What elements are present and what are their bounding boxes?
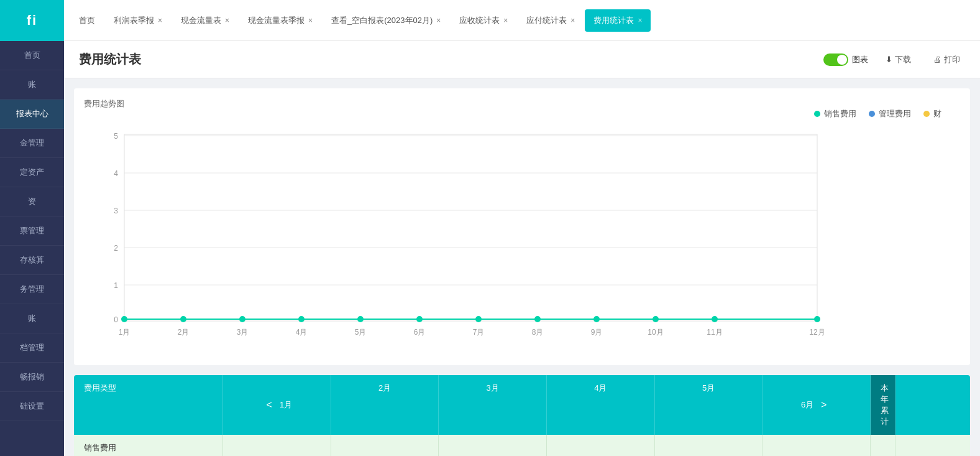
trend-chart: 5 4 3 2 1 0: [84, 117, 960, 353]
tab-cashflow[interactable]: 现金流量表 ×: [172, 9, 238, 32]
svg-text:7月: 7月: [473, 328, 485, 337]
td-m2: [331, 435, 439, 456]
th-nav-prev: < 1月: [223, 375, 331, 435]
tab-cashflow-quarterly[interactable]: 现金流量表季报 ×: [239, 9, 321, 32]
chart-point-2: [180, 316, 186, 322]
svg-text:1: 1: [114, 281, 118, 290]
td-m4: [547, 435, 655, 456]
sidebar-item-inventory[interactable]: 存核算: [0, 246, 64, 275]
th-month2: 2月: [331, 375, 439, 435]
table-section: 费用类型 < 1月 2月 3月 4月 5月 6月 > 本年累计: [74, 375, 970, 456]
chart-point-9: [593, 316, 600, 322]
prev-month-button[interactable]: <: [262, 399, 277, 411]
sidebar-item-resources[interactable]: 资: [0, 187, 64, 216]
svg-rect-12: [124, 134, 817, 321]
chart-point-10: [653, 316, 659, 322]
svg-text:1月: 1月: [119, 328, 131, 337]
svg-text:0: 0: [114, 315, 118, 324]
th-month1: 1月: [280, 399, 292, 411]
sidebar-item-archive[interactable]: 档管理: [0, 333, 64, 363]
chart-point-5: [357, 316, 364, 322]
tab-home[interactable]: 首页: [70, 9, 104, 32]
chart-point-12: [814, 316, 820, 322]
tab-close-receivable[interactable]: ×: [503, 16, 508, 25]
chart-point-7: [475, 316, 482, 322]
tab-close-profit[interactable]: ×: [158, 16, 162, 25]
td-type: 销售费用: [74, 435, 223, 456]
page-header: 费用统计表 图表 ⬇ 下载 🖨 打印: [64, 41, 980, 78]
chart-point-3: [239, 316, 245, 322]
main-content: 首页 利润表季报 × 现金流量表 × 现金流量表季报 × 查看_空白报表(202…: [64, 0, 980, 456]
page-title: 费用统计表: [79, 51, 141, 68]
sidebar-item-account[interactable]: 账: [0, 304, 64, 333]
sidebar-item-ledger[interactable]: 账: [0, 70, 64, 100]
sidebar: fi 首页 账 报表中心 金管理 定资产 资 票管理 存核算 务管理 账 档管理…: [0, 0, 64, 456]
svg-text:4: 4: [114, 169, 118, 178]
tab-receivable[interactable]: 应收统计表 ×: [451, 9, 516, 32]
th-month3: 3月: [439, 375, 547, 435]
legend-admin-dot: [869, 111, 875, 117]
svg-text:9月: 9月: [591, 328, 603, 337]
tab-bar: 首页 利润表季报 × 现金流量表 × 现金流量表季报 × 查看_空白报表(202…: [64, 0, 980, 41]
chart-point-6: [416, 316, 423, 322]
svg-text:12月: 12月: [809, 328, 825, 337]
download-icon: ⬇: [886, 55, 892, 64]
svg-text:10月: 10月: [648, 328, 663, 337]
tab-close-expense[interactable]: ×: [638, 16, 642, 25]
svg-text:5月: 5月: [355, 328, 367, 337]
sidebar-item-settings[interactable]: 础设置: [0, 392, 64, 421]
print-button[interactable]: 🖨 打印: [928, 52, 965, 68]
td-m6: [762, 435, 871, 456]
tab-close-cashflow-quarterly[interactable]: ×: [308, 16, 313, 25]
table-row: 销售费用: [74, 435, 970, 456]
svg-text:3: 3: [114, 207, 118, 215]
svg-text:2: 2: [114, 244, 118, 253]
th-ytd: 本年累计: [871, 375, 895, 435]
chart-point-11: [712, 316, 718, 322]
chart-container: 5 4 3 2 1 0: [84, 117, 960, 355]
page-area: 费用统计表 图表 ⬇ 下载 🖨 打印: [64, 41, 980, 456]
header-actions: 图表 ⬇ 下载 🖨 打印: [823, 52, 965, 68]
legend-finance-dot: [923, 111, 930, 117]
print-icon: 🖨: [933, 55, 941, 64]
tab-close-blank[interactable]: ×: [436, 16, 441, 25]
chart-point-4: [298, 316, 305, 322]
svg-text:8月: 8月: [532, 328, 544, 337]
sidebar-item-expense[interactable]: 畅报销: [0, 363, 64, 392]
td-ytd: [871, 435, 895, 456]
sidebar-item-home[interactable]: 首页: [0, 41, 64, 70]
sidebar-logo: fi: [0, 0, 64, 41]
legend-sales-dot: [814, 111, 820, 117]
chart-toggle[interactable]: [823, 54, 848, 66]
chart-toggle-label: 图表: [852, 54, 868, 65]
sidebar-item-cash[interactable]: 金管理: [0, 129, 64, 158]
svg-text:2月: 2月: [178, 328, 190, 337]
sidebar-item-fixed-assets[interactable]: 定资产: [0, 158, 64, 187]
tab-blank-report[interactable]: 查看_空白报表(2023年02月) ×: [323, 9, 449, 32]
td-m3: [439, 435, 547, 456]
th-type: 费用类型: [74, 375, 223, 435]
tab-profit-quarterly[interactable]: 利润表季报 ×: [105, 9, 171, 32]
svg-text:5: 5: [114, 132, 118, 141]
sidebar-item-services[interactable]: 务管理: [0, 275, 64, 304]
svg-text:11月: 11月: [707, 328, 722, 337]
tab-close-cashflow[interactable]: ×: [225, 16, 229, 25]
download-button[interactable]: ⬇ 下载: [881, 52, 916, 68]
th-month4: 4月: [547, 375, 655, 435]
sidebar-item-reports[interactable]: 报表中心: [0, 100, 64, 129]
table-header: 费用类型 < 1月 2月 3月 4月 5月 6月 > 本年累计: [74, 375, 970, 435]
chart-point-1: [121, 316, 127, 322]
tab-close-payable[interactable]: ×: [570, 16, 575, 25]
td-m1: [223, 435, 331, 456]
chart-section: 费用趋势图 销售费用 管理费用 财: [74, 88, 970, 365]
chart-point-8: [534, 316, 541, 322]
tab-expense-stats[interactable]: 费用统计表 ×: [585, 9, 651, 32]
sidebar-item-tickets[interactable]: 票管理: [0, 216, 64, 246]
svg-text:3月: 3月: [237, 328, 249, 337]
next-month-button[interactable]: >: [816, 399, 831, 411]
tab-payable[interactable]: 应付统计表 ×: [518, 9, 584, 32]
chart-toggle-wrapper: 图表: [823, 54, 868, 66]
th-month5: 5月: [655, 375, 763, 435]
svg-text:6月: 6月: [414, 328, 426, 337]
svg-text:4月: 4月: [296, 328, 308, 337]
